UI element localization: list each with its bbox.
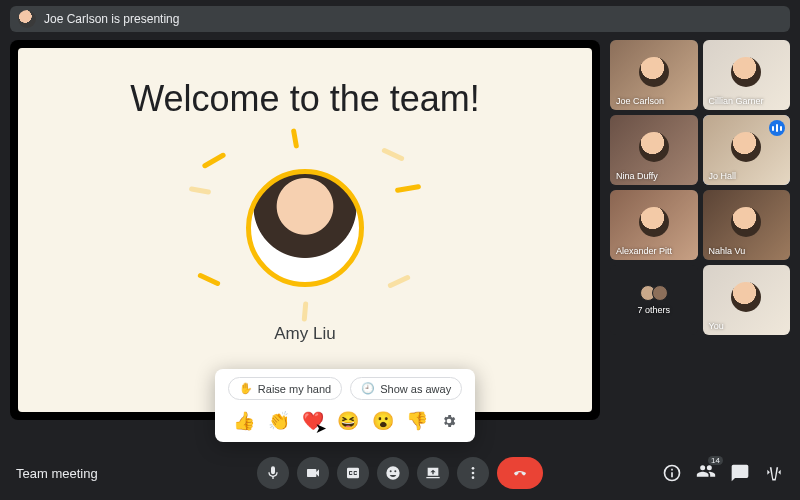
info-button[interactable] (662, 463, 682, 483)
svg-point-2 (472, 476, 475, 479)
camera-button[interactable] (297, 457, 329, 489)
featured-name: Amy Liu (274, 324, 335, 344)
presenting-text: Joe Carlson is presenting (44, 12, 179, 26)
people-button[interactable]: 14 (696, 461, 716, 485)
cc-button[interactable] (337, 457, 369, 489)
meeting-name: Team meeting (16, 466, 98, 481)
featured-avatar (246, 169, 364, 287)
svg-point-0 (472, 467, 475, 470)
present-button[interactable] (417, 457, 449, 489)
reaction-thumbs-up[interactable]: 👍 (233, 410, 255, 432)
raise-hand-button[interactable]: ✋ Raise my hand (228, 377, 342, 400)
more-icon (465, 465, 481, 481)
mic-button[interactable] (257, 457, 289, 489)
participant-tile[interactable]: Nahla Vu (703, 190, 791, 260)
end-call-button[interactable] (497, 457, 543, 489)
participant-tile[interactable]: Alexander Pitt (610, 190, 698, 260)
participant-tile[interactable]: Nina Duffy (610, 115, 698, 185)
self-tile[interactable]: You (703, 265, 791, 335)
participant-tile[interactable]: Cillian Garner (703, 40, 791, 110)
participants-grid: Joe Carlson Cillian Garner Nina Duffy Jo… (610, 40, 790, 335)
chat-button[interactable] (730, 463, 750, 483)
presentation-stage: Welcome to the team! Amy Liu (10, 40, 600, 420)
show-away-button[interactable]: 🕘 Show as away (350, 377, 462, 400)
more-button[interactable] (457, 457, 489, 489)
activities-button[interactable] (764, 463, 784, 483)
svg-point-1 (472, 472, 475, 475)
reaction-wow[interactable]: 😮 (372, 410, 394, 432)
slide: Welcome to the team! Amy Liu (18, 48, 592, 412)
reaction-laugh[interactable]: 😆 (337, 410, 359, 432)
reactions-button[interactable] (377, 457, 409, 489)
hand-icon: ✋ (239, 382, 253, 395)
cc-icon (345, 465, 361, 481)
reactions-icon (385, 465, 401, 481)
others-tile[interactable]: 7 others (610, 265, 698, 335)
presenter-avatar (18, 10, 36, 28)
slide-title: Welcome to the team! (130, 78, 480, 120)
speaking-indicator-icon (769, 120, 785, 136)
participant-tile[interactable]: Jo Hall (703, 115, 791, 185)
slide-decoration (195, 138, 415, 318)
reaction-thumbs-down[interactable]: 👎 (406, 410, 428, 432)
clock-icon: 🕘 (361, 382, 375, 395)
reaction-clap[interactable]: 👏 (268, 410, 290, 432)
reactions-popup: ✋ Raise my hand 🕘 Show as away 👍 👏 ❤️ 😆 … (215, 369, 475, 442)
mic-icon (265, 465, 281, 481)
reaction-heart[interactable]: ❤️ (302, 410, 324, 432)
presenting-banner: Joe Carlson is presenting (10, 6, 790, 32)
call-controls (257, 457, 543, 489)
bottom-bar: Team meeting 14 (0, 446, 800, 500)
end-call-icon (512, 465, 528, 481)
gear-icon[interactable] (441, 413, 457, 429)
participant-count-badge: 14 (708, 456, 723, 465)
stacked-avatars-icon (640, 285, 668, 301)
participant-tile[interactable]: Joe Carlson (610, 40, 698, 110)
present-icon (425, 465, 441, 481)
camera-icon (305, 465, 321, 481)
